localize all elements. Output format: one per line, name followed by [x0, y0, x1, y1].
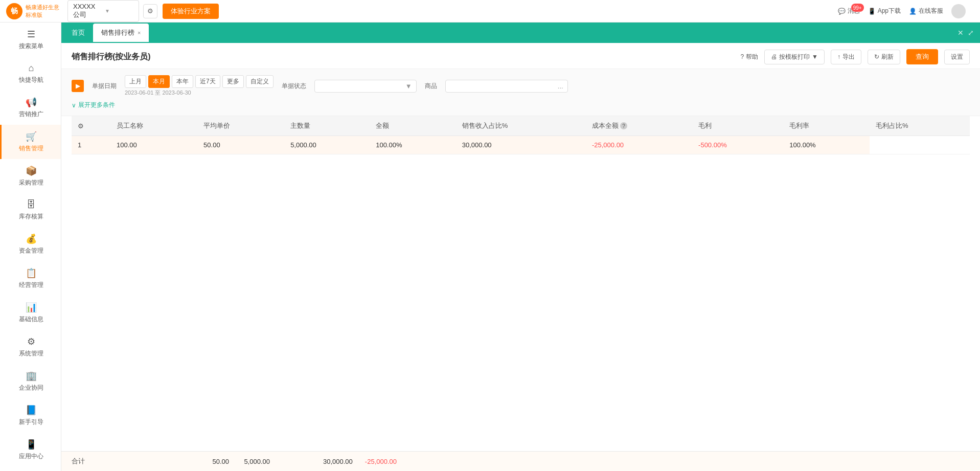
gear-icon[interactable]: ⚙ [143, 4, 157, 18]
print-template-button[interactable]: 🖨 按模板打印 ▼ [764, 50, 825, 64]
top-header: 畅 畅康通好生意 标准版 XXXXX公司 ▼ ⚙ 体验行业方案 💬 消息 99+… [0, 0, 980, 23]
sidebar-item-label: 快捷导航 [19, 76, 43, 84]
status-selector[interactable]: ▼ [314, 80, 417, 93]
cell-amount: 5,000.00 [284, 136, 370, 154]
cost-info-icon[interactable]: ? [620, 122, 627, 129]
goods-input[interactable]: ... [445, 80, 568, 93]
date-buttons: 上月 本月 本年 近7天 更多 自定义 [125, 75, 274, 88]
sidebar-item-marketing[interactable]: 📢 营销推广 [0, 91, 61, 125]
online-service-button[interactable]: 👤 在线客服 [909, 7, 943, 15]
date-custom-button[interactable]: 自定义 [246, 75, 274, 88]
header-right: 💬 消息 99+ 📱 App下载 👤 在线客服 [838, 4, 974, 18]
tab-home[interactable]: 首页 [63, 24, 93, 42]
guide-icon: 📘 [26, 405, 37, 416]
more-icon: ... [558, 82, 563, 90]
sidebar-item-wechat[interactable]: 💬 企业微信 [0, 467, 61, 471]
date-current-month-button[interactable]: 本月 [148, 75, 170, 88]
company-selector[interactable]: XXXXX公司 ▼ [67, 0, 139, 22]
enterprise-icon: 🏢 [26, 370, 37, 382]
industry-button[interactable]: 体验行业方案 [163, 4, 219, 19]
tab-sales-ranking[interactable]: 销售排行榜 × [93, 24, 149, 42]
refresh-icon: ↻ [874, 53, 879, 60]
sidebar-item-operations[interactable]: 📋 经营管理 [0, 261, 61, 296]
tab-expand-button[interactable]: ⤢ [968, 29, 974, 37]
export-button[interactable]: ↑ 导出 [831, 50, 861, 64]
cell-employee [90, 136, 110, 154]
date-prev-month-button[interactable]: 上月 [125, 75, 146, 88]
cell-cost: 30,000.00 [456, 136, 586, 154]
sidebar-item-label: 营销推广 [19, 110, 43, 119]
col-qty: 主数量 [284, 116, 370, 136]
cell-avg-price: 100.00 [110, 136, 197, 154]
page-header: 销售排行榜(按业务员) ? 帮助 🖨 按模板打印 ▼ ↑ 导出 [61, 43, 980, 69]
tab-bar: 首页 销售排行榜 × ✕ ⤢ [61, 23, 980, 43]
sidebar-item-enterprise[interactable]: 🏢 企业协同 [0, 364, 61, 398]
filter-area: ▶ 单据日期 上月 本月 本年 近7天 更多 自定义 [61, 69, 980, 116]
sidebar-item-label: 系统管理 [19, 349, 43, 358]
sidebar-item-basics[interactable]: 📊 基础信息 [0, 296, 61, 330]
sidebar-item-sales[interactable]: 🛒 销售管理 [0, 125, 61, 159]
avatar[interactable] [951, 4, 966, 18]
help-icon: ? [740, 53, 744, 60]
sidebar-item-apps[interactable]: 📱 应用中心 [0, 433, 61, 467]
chevron-down-icon: ▼ [812, 53, 818, 60]
date-more-button[interactable]: 更多 [222, 75, 244, 88]
page-content: 销售排行榜(按业务员) ? 帮助 🖨 按模板打印 ▼ ↑ 导出 [61, 43, 980, 471]
footer-empty2 [153, 458, 194, 465]
tab-bar-right: ✕ ⤢ [958, 29, 978, 37]
col-avg-price: 平均单价 [197, 116, 284, 136]
tab-close-all-button[interactable]: ✕ [958, 29, 964, 37]
col-rank [90, 116, 110, 136]
sidebar-item-inventory[interactable]: 🗄 库存核算 [0, 193, 61, 227]
settings-button[interactable]: 设置 [944, 50, 970, 64]
finance-icon: 💰 [26, 233, 37, 244]
filter-expand-icon[interactable]: ▶ [72, 80, 84, 92]
footer-amount: 5,000.00 [235, 458, 276, 465]
table-header-row: ⚙ 员工名称 平均单价 主数量 全额 销售收入占比% 成本全额 ? 毛利 毛利率… [72, 116, 970, 136]
sidebar-item-system[interactable]: ⚙ 系统管理 [0, 330, 61, 364]
sidebar-item-label: 销售管理 [19, 144, 43, 153]
marketing-icon: 📢 [26, 97, 37, 108]
apps-icon: 📱 [26, 439, 37, 450]
data-table: ⚙ 员工名称 平均单价 主数量 全额 销售收入占比% 成本全额 ? 毛利 毛利率… [72, 116, 970, 154]
refresh-button[interactable]: ↻ 刷新 [868, 50, 900, 64]
sales-icon: 🛒 [26, 131, 37, 142]
query-button[interactable]: 查询 [906, 49, 938, 64]
sidebar-item-quick-nav[interactable]: ⌂ 快捷导航 [0, 57, 61, 91]
cell-gross-margin: -500.00% [692, 136, 783, 154]
chevron-down-icon: ▼ [105, 8, 133, 14]
sidebar-item-guide[interactable]: 📘 新手引导 [0, 398, 61, 433]
col-employee: 员工名称 [110, 116, 197, 136]
export-icon: ↑ [837, 53, 840, 60]
main-layout: ☰ 搜索菜单 ⌂ 快捷导航 📢 营销推广 🛒 销售管理 📦 采购管理 🗄 库存核… [0, 23, 980, 471]
sidebar-item-label: 采购管理 [19, 178, 43, 187]
footer-empty3 [276, 458, 317, 465]
sidebar-item-search-order[interactable]: ☰ 搜索菜单 [0, 23, 61, 57]
print-icon: 🖨 [771, 53, 777, 60]
search-order-icon: ☰ [27, 29, 35, 40]
sidebar-item-finance[interactable]: 💰 资金管理 [0, 227, 61, 261]
footer-values: 50.00 5,000.00 30,000.00 -25,000.00 [112, 458, 970, 465]
col-gross-ratio: 毛利占比% [870, 116, 970, 136]
col-settings[interactable]: ⚙ [72, 116, 90, 136]
date-last-7days-button[interactable]: 近7天 [195, 75, 220, 88]
help-button[interactable]: ? 帮助 [740, 53, 758, 61]
chevron-down-icon: ∨ [72, 102, 76, 109]
filter-row: ▶ 单据日期 上月 本月 本年 近7天 更多 自定义 [72, 75, 970, 97]
message-button[interactable]: 💬 消息 99+ [838, 7, 860, 15]
sidebar-item-label: 库存核算 [19, 212, 43, 221]
date-current-year-button[interactable]: 本年 [172, 75, 193, 88]
sidebar-item-label: 新手引导 [19, 418, 43, 427]
status-filter-label: 单据状态 [282, 82, 306, 91]
page-title: 销售排行榜(按业务员) [72, 52, 151, 62]
app-download-button[interactable]: 📱 App下载 [868, 7, 901, 15]
expand-conditions-button[interactable]: ∨ 展开更多条件 [72, 101, 970, 109]
operations-icon: 📋 [26, 267, 37, 279]
col-gross-profit: 毛利 [692, 116, 783, 136]
sidebar-item-purchase[interactable]: 📦 采购管理 [0, 159, 61, 193]
service-icon: 👤 [909, 8, 917, 15]
quick-nav-icon: ⌂ [29, 63, 34, 74]
goods-filter-label: 商品 [425, 82, 437, 91]
tab-close-icon[interactable]: × [138, 30, 141, 36]
date-range-display: 2023-06-01 至 2023-06-30 [125, 89, 274, 97]
